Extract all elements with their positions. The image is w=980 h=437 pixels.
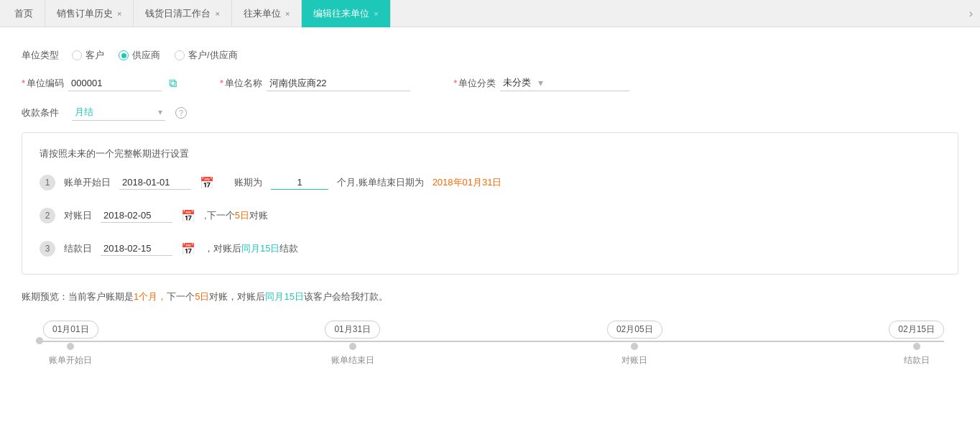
step-2-desc: ,下一个5日对账 [204, 209, 268, 222]
unit-type-label: 单位类型 [22, 49, 59, 62]
timeline-line [36, 341, 944, 342]
timeline-node-2-content: 01月31日 账单结束日 [325, 321, 380, 367]
unit-name-input[interactable] [267, 75, 410, 91]
tab-bar: 首页 销售订单历史 × 钱货日清工作台 × 往来单位 × 编辑往来单位 × › [0, 0, 980, 27]
preview-section: 账期预览：当前客户账期是1个月，下一个5日对账，对账后同月15日该客户会给我打款… [22, 280, 958, 367]
node-3-desc: 对账日 [621, 354, 647, 367]
step-1-period-unit: 个月,账单结束日期为 [337, 176, 424, 189]
unit-category-dropdown[interactable]: 未分类 ▾ [500, 75, 629, 91]
tab-home[interactable]: 首页 [0, 0, 45, 27]
calendar-icon-1[interactable]: 📅 [200, 176, 214, 190]
calendar-icon-3[interactable]: 📅 [181, 242, 195, 256]
step-2-date-input[interactable] [101, 208, 172, 223]
main-content: 单位类型 客户 供应商 客户/供应商 *单位编码 ⧉ *单位名称 [0, 27, 980, 437]
timeline-node-3-content: 02月05日 对账日 [607, 321, 662, 367]
radio-supplier[interactable]: 供应商 [119, 49, 160, 62]
timeline-node-4-content: 02月15日 结款日 [889, 321, 944, 367]
close-icon[interactable]: × [117, 9, 121, 18]
radio-circle-customer [72, 50, 82, 60]
payment-row: 收款条件 月结 ▾ ? [22, 104, 958, 121]
unit-category-group: *单位分类 未分类 ▾ [453, 75, 629, 91]
timeline-container: 01月01日 账单开始日 01月31日 账单结束日 02月05日 对账日 02月… [22, 321, 958, 367]
radio-circle-supplier [119, 50, 129, 60]
radio-circle-both [175, 50, 185, 60]
step-1-period-label: 账期为 [234, 176, 262, 189]
close-icon[interactable]: × [215, 9, 219, 18]
copy-icon[interactable]: ⧉ [169, 77, 177, 90]
step-1-label: 账单开始日 [64, 176, 111, 189]
tab-sales-history[interactable]: 销售订单历史 × [45, 0, 134, 27]
node-1-label: 01月01日 [43, 321, 98, 339]
tab-edit-partner[interactable]: 编辑往来单位 × [302, 0, 390, 27]
step-1-date-input[interactable] [119, 175, 191, 190]
radio-both[interactable]: 客户/供应商 [175, 49, 238, 62]
tab-cash-workbench[interactable]: 钱货日清工作台 × [134, 0, 231, 27]
close-icon[interactable]: × [374, 9, 378, 18]
node-1-desc: 账单开始日 [49, 354, 92, 367]
calendar-icon-2[interactable]: 📅 [181, 209, 195, 223]
radio-group: 客户 供应商 客户/供应商 [72, 49, 238, 62]
unit-info-row: *单位编码 ⧉ *单位名称 *单位分类 未分类 ▾ [22, 75, 958, 91]
unit-code-input[interactable] [68, 75, 162, 91]
unit-type-row: 单位类型 客户 供应商 客户/供应商 [22, 49, 958, 62]
unit-code-group: *单位编码 ⧉ [22, 75, 177, 91]
tab-more-button[interactable]: › [962, 0, 980, 27]
tab-partner[interactable]: 往来单位 × [232, 0, 302, 27]
settings-box: 请按照未来的一个完整帐期进行设置 1 账单开始日 📅 账期为 个月,账单结束日期… [22, 132, 958, 275]
settings-title: 请按照未来的一个完整帐期进行设置 [40, 147, 940, 160]
unit-name-group: *单位名称 [220, 75, 410, 91]
step-1-period-end: 2018年01月31日 [433, 176, 502, 189]
dropdown-arrow-icon: ▾ [534, 75, 547, 90]
step-3-row: 3 结款日 📅 ，对账后同月15日结款 [40, 241, 940, 257]
node-4-label: 02月15日 [889, 321, 944, 339]
preview-text: 账期预览：当前客户账期是1个月，下一个5日对账，对账后同月15日该客户会给我打款… [22, 290, 958, 303]
node-3-label: 02月05日 [607, 321, 662, 339]
close-icon[interactable]: × [285, 9, 290, 18]
timeline-node-1-content: 01月01日 账单开始日 [43, 321, 98, 367]
step-3-label: 结款日 [64, 242, 92, 255]
step-1-period-input[interactable] [271, 175, 328, 190]
step-2-row: 2 对账日 📅 ,下一个5日对账 [40, 208, 940, 224]
timeline-node-1 [36, 321, 43, 329]
dropdown-arrow-icon: ▾ [158, 107, 162, 117]
step-2-num: 2 [40, 208, 55, 224]
step-3-date-input[interactable] [101, 242, 172, 256]
node-4-desc: 结款日 [904, 354, 930, 367]
payment-value: 月结 [75, 106, 155, 119]
step-3-num: 3 [40, 241, 55, 257]
help-icon[interactable]: ? [175, 107, 187, 119]
unit-category-value: 未分类 [500, 75, 534, 91]
step-2-label: 对账日 [64, 209, 92, 222]
payment-dropdown[interactable]: 月结 ▾ [72, 104, 165, 121]
radio-customer[interactable]: 客户 [72, 49, 104, 62]
node-2-desc: 账单结束日 [331, 354, 374, 367]
step-1-num: 1 [40, 175, 55, 190]
step-3-desc: ，对账后同月15日结款 [204, 242, 298, 255]
step-1-row: 1 账单开始日 📅 账期为 个月,账单结束日期为 2018年01月31日 [40, 175, 940, 190]
node-2-label: 01月31日 [325, 321, 380, 339]
